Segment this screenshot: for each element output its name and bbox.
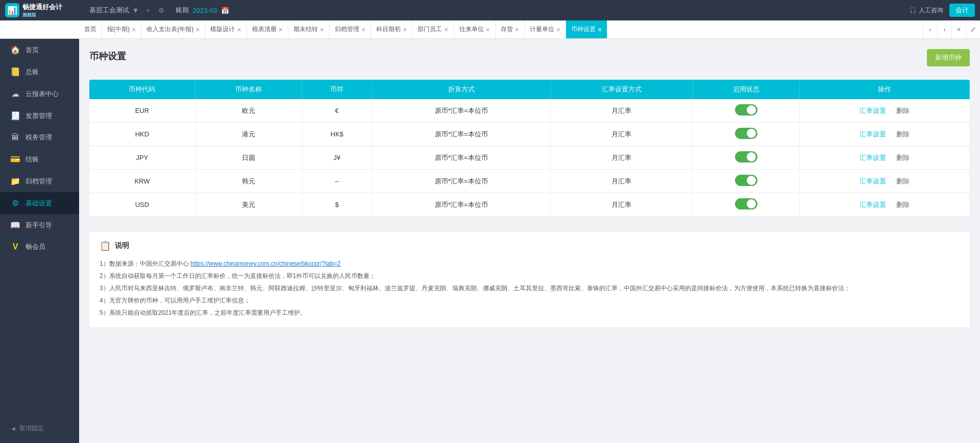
tab-bar: 首页 报(中期) × 收入支出表(年报) × 模版设计 × 税表清册 × 期末结…	[0, 20, 980, 39]
cell-status-0	[693, 99, 799, 123]
toggle-2[interactable]	[735, 151, 757, 162]
tab-subject[interactable]: 科目期初 ×	[371, 20, 412, 39]
delete-btn-0[interactable]: 删除	[896, 106, 910, 115]
notes-icon: 📋	[100, 240, 111, 251]
table-row: EUR 欧元 € 原币*汇率=本位币 月汇率 汇率设置 删除	[89, 99, 970, 123]
cell-code-0: EUR	[89, 99, 195, 123]
delete-btn-3[interactable]: 删除	[896, 177, 910, 186]
tab-nav-right[interactable]: ›	[937, 20, 951, 39]
tab-currency[interactable]: 币种设置 ×	[566, 20, 607, 39]
rate-setting-btn-2[interactable]: 汇率设置	[860, 153, 886, 162]
cell-rate-type-4: 月汇率	[550, 193, 693, 217]
tab-income-close[interactable]: ×	[195, 26, 200, 33]
sidebar-item-settings[interactable]: ⚙ 基础设置	[0, 192, 79, 214]
tab-currency-close[interactable]: ×	[598, 26, 602, 33]
delete-btn-4[interactable]: 删除	[896, 200, 910, 209]
tab-period-close-x[interactable]: ×	[320, 26, 324, 33]
notes-link[interactable]: https://www.chinamoney.com.cn/chinese/bk…	[190, 260, 340, 267]
col-calc: 折算方式	[372, 80, 550, 99]
cell-status-1	[693, 123, 799, 146]
tab-tax-table-label: 税表清册	[252, 25, 277, 34]
sidebar-item-member[interactable]: V 畅会员	[0, 236, 79, 258]
table-body: EUR 欧元 € 原币*汇率=本位币 月汇率 汇率设置 删除 HKD 港元 HK…	[89, 99, 970, 217]
tab-nav-left[interactable]: ‹	[923, 20, 937, 39]
tab-inventory-label: 存货	[501, 25, 513, 34]
tab-report-mid[interactable]: 报(中期) ×	[102, 20, 141, 39]
cell-status-2	[693, 146, 799, 170]
tab-home[interactable]: 首页	[79, 20, 102, 39]
toggle-4[interactable]	[735, 198, 757, 209]
col-name: 币种名称	[195, 80, 302, 99]
notes-item: 2）系统自动获取每月第一个工作日的汇率标价，统一为直接标价法，即1外币可以兑换的…	[100, 270, 960, 282]
sidebar-footer-label: 取消固定	[19, 424, 44, 433]
tab-archive-close[interactable]: ×	[361, 26, 365, 33]
cell-symbol-4: $	[302, 193, 372, 217]
col-code: 币种代码	[89, 80, 195, 99]
sidebar-item-home[interactable]: 🏠 首页	[0, 39, 79, 61]
title-row: 币种设置 新增币种	[89, 49, 970, 72]
cell-rate-type-0: 月汇率	[550, 99, 693, 123]
tab-subject-close[interactable]: ×	[403, 26, 407, 33]
tab-dept[interactable]: 部门员工 ×	[412, 20, 454, 39]
notes-title-label: 说明	[115, 241, 129, 250]
toggle-1[interactable]	[735, 128, 757, 139]
sidebar-item-archive[interactable]: 📁 归档管理	[0, 170, 79, 192]
sidebar-pin-toggle[interactable]: ◄ 取消固定	[0, 419, 79, 438]
delete-btn-1[interactable]: 删除	[896, 130, 910, 139]
tab-dept-close[interactable]: ×	[444, 26, 448, 33]
tab-contacts-label: 往来单位	[459, 25, 484, 34]
tab-nav-close[interactable]: ×	[951, 20, 966, 39]
rate-setting-btn-4[interactable]: 汇率设置	[860, 200, 886, 209]
cell-code-2: JPY	[89, 146, 195, 170]
accounting-button[interactable]: 会计	[949, 4, 975, 17]
tab-inventory-close[interactable]: ×	[515, 26, 519, 33]
tab-template[interactable]: 模版设计 ×	[205, 20, 247, 39]
sidebar-item-checkout[interactable]: 💳 结账	[0, 148, 79, 170]
tab-income[interactable]: 收入支出表(年报) ×	[141, 20, 205, 39]
new-currency-button[interactable]: 新增币种	[927, 49, 970, 66]
sidebar-item-reports-label: 云报表中心	[26, 89, 59, 99]
sidebar-item-invoices[interactable]: 🧾 发票管理	[0, 105, 79, 127]
tab-unit[interactable]: 计量单位 ×	[525, 20, 566, 39]
tab-tax-table-close[interactable]: ×	[279, 26, 283, 33]
service-button[interactable]: 🎧 人工咨询	[909, 6, 943, 15]
sidebar-item-ledger[interactable]: 📒 总账	[0, 61, 79, 83]
headset-icon: 🎧	[909, 7, 917, 14]
toggle-0[interactable]	[735, 104, 757, 115]
tab-template-close[interactable]: ×	[237, 26, 241, 33]
delete-btn-2[interactable]: 删除	[896, 153, 910, 162]
table-row: JPY 日圆 J¥ 原币*汇率=本位币 月汇率 汇率设置 删除	[89, 146, 970, 170]
sidebar: 🏠 首页 📒 总账 ☁ 云报表中心 🧾 发票管理 🏛 税务管理 💳 结账 📁 归…	[0, 39, 79, 443]
tab-tax-table[interactable]: 税表清册 ×	[247, 20, 288, 39]
sidebar-item-tax[interactable]: 🏛 税务管理	[0, 127, 79, 148]
tab-report-mid-close[interactable]: ×	[132, 26, 136, 33]
sidebar-item-guide[interactable]: 📖 新手引导	[0, 214, 79, 236]
cell-op-0: 汇率设置 删除	[799, 99, 969, 123]
tab-period-close[interactable]: 期末结转 ×	[288, 20, 330, 39]
col-status: 启用状态	[693, 80, 799, 99]
tab-contacts-close[interactable]: ×	[486, 26, 490, 33]
cell-symbol-1: HK$	[302, 123, 372, 146]
sidebar-item-reports[interactable]: ☁ 云报表中心	[0, 83, 79, 105]
cell-name-3: 韩元	[195, 170, 302, 193]
home-icon: 🏠	[10, 45, 20, 55]
tab-archive[interactable]: 归档管理 ×	[330, 20, 371, 39]
cell-op-2: 汇率设置 删除	[799, 146, 969, 170]
toggle-3[interactable]	[735, 175, 757, 186]
rate-setting-btn-3[interactable]: 汇率设置	[860, 177, 886, 186]
tab-unit-close[interactable]: ×	[556, 26, 560, 33]
company-name: 基层工会测试	[89, 6, 129, 15]
ledger-icon: 📒	[10, 67, 20, 77]
tab-nav-expand[interactable]: ⤢	[966, 20, 980, 39]
col-symbol: 币符	[302, 80, 372, 99]
col-rate-type: 汇率设置方式	[550, 80, 693, 99]
rate-setting-btn-1[interactable]: 汇率设置	[860, 130, 886, 139]
rate-setting-btn-0[interactable]: 汇率设置	[860, 106, 886, 115]
tab-inventory[interactable]: 存货 ×	[496, 20, 525, 39]
tab-income-label: 收入支出表(年报)	[146, 25, 193, 34]
cell-rate-type-2: 月汇率	[550, 146, 693, 170]
tab-contacts[interactable]: 往来单位 ×	[454, 20, 496, 39]
cell-code-3: KRW	[89, 170, 195, 193]
cell-calc-1: 原币*汇率=本位币	[372, 123, 550, 146]
tab-dept-label: 部门员工	[418, 25, 442, 34]
